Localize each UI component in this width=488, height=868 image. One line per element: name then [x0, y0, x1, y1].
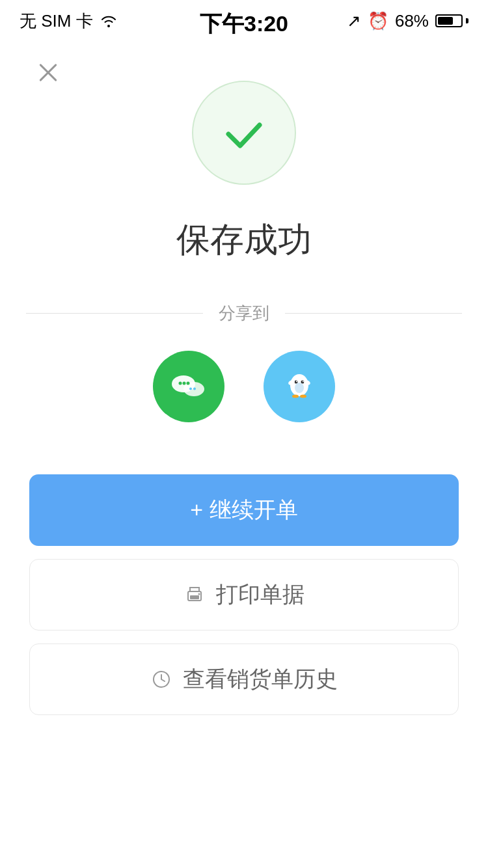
print-button[interactable]: 打印单据: [29, 559, 459, 631]
svg-point-5: [189, 388, 192, 390]
alarm-icon: ⏰: [368, 11, 388, 31]
close-button[interactable]: [29, 52, 68, 91]
wifi-icon: [100, 14, 118, 27]
share-label: 分享到: [203, 302, 285, 325]
battery-percent: 68%: [395, 11, 429, 31]
success-circle: [192, 81, 296, 185]
wechat-share-button[interactable]: [153, 351, 224, 422]
status-right: ↗ ⏰ 68%: [347, 11, 468, 31]
share-divider: 分享到: [0, 302, 488, 325]
svg-rect-20: [190, 595, 199, 599]
share-icons: [153, 351, 335, 422]
svg-point-9: [295, 381, 298, 384]
action-buttons: + 继续开单 打印单据 查看销货单历史: [29, 474, 459, 715]
svg-point-16: [292, 395, 299, 398]
print-icon: [183, 584, 206, 606]
svg-point-12: [303, 381, 304, 382]
history-button-label: 查看销货单历史: [183, 664, 338, 694]
svg-point-10: [301, 381, 305, 384]
history-icon: [150, 668, 172, 690]
divider-right: [285, 313, 462, 314]
location-icon: ↗: [347, 11, 361, 31]
checkmark-icon: [218, 107, 270, 159]
status-left: 无 SIM 卡: [20, 10, 118, 33]
svg-point-6: [193, 388, 196, 390]
close-icon: [36, 60, 60, 83]
svg-point-4: [187, 382, 190, 385]
svg-point-2: [179, 382, 182, 385]
continue-button[interactable]: + 继续开单: [29, 474, 459, 546]
status-time: 下午3:20: [200, 9, 288, 39]
status-bar: 无 SIM 卡 下午3:20 ↗ ⏰ 68%: [0, 0, 488, 42]
history-button[interactable]: 查看销货单历史: [29, 644, 459, 715]
divider-left: [26, 313, 203, 314]
print-button-label: 打印单据: [216, 580, 305, 610]
wechat-icon: [168, 366, 210, 407]
svg-point-3: [183, 382, 186, 385]
qq-share-button[interactable]: [264, 351, 335, 422]
svg-point-18: [295, 383, 304, 393]
svg-point-21: [198, 593, 200, 595]
sim-text: 无 SIM 卡: [20, 10, 93, 33]
svg-point-11: [296, 381, 297, 382]
battery-icon: [435, 14, 468, 27]
svg-point-17: [300, 395, 306, 398]
success-title: 保存成功: [176, 217, 312, 263]
qq-icon: [278, 366, 320, 407]
main-content: 保存成功 分享到: [0, 42, 488, 715]
continue-button-label: + 继续开单: [190, 495, 297, 525]
